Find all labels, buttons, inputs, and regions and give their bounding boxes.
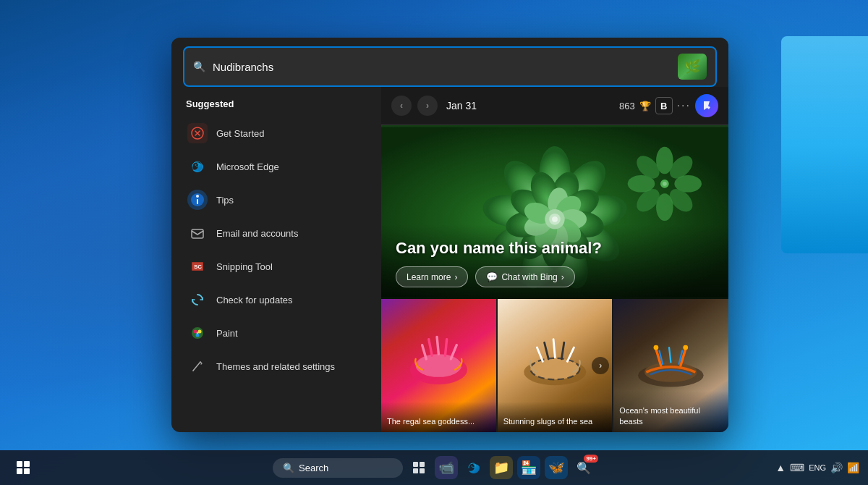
svg-point-15 <box>197 332 199 334</box>
mail-button[interactable]: 🦋 <box>545 456 568 479</box>
svg-rect-82 <box>420 462 425 467</box>
thumbnail-3[interactable]: Ocean's most beautiful beasts <box>612 299 728 432</box>
taskbar-left <box>9 453 38 482</box>
thumbnail-3-label: Ocean's most beautiful beasts <box>613 391 728 432</box>
windows-logo <box>17 461 30 474</box>
get-started-icon <box>187 123 208 143</box>
thumbnails-row: The regal sea goddess... <box>381 299 728 432</box>
search-badge-button[interactable]: 🔍 99+ <box>572 456 595 479</box>
search-badge-count: 99+ <box>584 455 598 463</box>
thumbnail-2[interactable]: Stunning slugs of the sea › <box>496 299 613 432</box>
themes-icon <box>187 356 208 376</box>
svg-point-58 <box>416 354 461 377</box>
svg-point-56 <box>663 182 667 186</box>
svg-rect-7 <box>192 229 203 238</box>
keyboard-icon[interactable]: ⌨ <box>790 462 804 473</box>
svg-line-70 <box>561 342 563 359</box>
suggestion-tips[interactable]: Tips <box>180 183 373 216</box>
taskbar-search-icon: 🔍 <box>283 463 294 473</box>
search-icon: 🔍 <box>193 61 205 72</box>
svg-rect-6 <box>197 199 198 204</box>
store-button[interactable]: 🏪 <box>517 456 540 479</box>
thumbnail-2-label: Stunning slugs of the sea <box>498 402 613 432</box>
suggestion-themes[interactable]: Themes and related settings <box>180 350 373 383</box>
themes-label: Themes and related settings <box>216 361 335 372</box>
svg-line-16 <box>193 362 200 371</box>
bing-avatar[interactable] <box>695 94 718 117</box>
chevron-right-icon: › <box>454 272 457 282</box>
svg-point-77 <box>684 345 689 350</box>
learn-more-button[interactable]: Learn more › <box>396 266 468 287</box>
suggestion-check-updates[interactable]: Check for updates <box>180 283 373 316</box>
task-view-icon <box>412 460 426 475</box>
email-icon <box>187 223 208 243</box>
teams-button[interactable]: 📹 <box>435 456 458 479</box>
taskbar: 🔍 Search 📹 <box>0 450 868 485</box>
thumbnail-1-label: The regal sea goddess... <box>381 402 496 432</box>
start-button[interactable] <box>9 453 38 482</box>
score-value: 863 <box>619 101 635 111</box>
get-started-label: Get Started <box>216 128 264 139</box>
date-label: Jan 31 <box>446 100 477 111</box>
svg-rect-84 <box>420 468 425 473</box>
chevron-up-icon[interactable]: ▲ <box>775 462 786 473</box>
tips-label: Tips <box>216 195 234 206</box>
svg-point-46 <box>552 216 558 222</box>
speaker-icon[interactable]: 🔊 <box>830 462 843 473</box>
svg-point-76 <box>654 345 659 350</box>
left-suggestions-panel: Suggested Get Started <box>171 87 381 432</box>
svg-line-79 <box>669 347 671 362</box>
task-view-button[interactable] <box>407 456 430 479</box>
suggestion-snipping-tool[interactable]: SC Snipping Tool <box>180 250 373 283</box>
svg-line-61 <box>437 337 438 354</box>
trophy-icon: 🏆 <box>639 101 651 111</box>
taskbar-search-bar[interactable]: 🔍 Search <box>273 458 403 478</box>
network-icon[interactable]: 📶 <box>847 462 859 473</box>
svg-rect-83 <box>413 468 418 473</box>
prev-button[interactable]: ‹ <box>391 96 412 116</box>
svg-rect-81 <box>413 462 418 467</box>
hero-section: Can you name this animal? Learn more › 💬… <box>381 125 728 299</box>
chevron-right-icon-2: › <box>561 272 564 282</box>
svg-line-69 <box>553 340 555 358</box>
mail-icon: 🦋 <box>548 460 564 476</box>
edge-label: Microsoft Edge <box>216 161 279 172</box>
edge-taskbar-icon <box>466 460 482 476</box>
content-area: Suggested Get Started <box>171 87 728 432</box>
hero-title: Can you name this animal? <box>396 239 714 258</box>
file-explorer-button[interactable]: 📁 <box>490 456 513 479</box>
store-icon: 🏪 <box>521 460 537 476</box>
right-content-panel: ‹ › Jan 31 863 🏆 B ··· <box>381 87 728 432</box>
search-box[interactable]: 🔍 🌿 <box>183 46 717 87</box>
taskbar-right: ▲ ⌨ ENG 🔊 📶 <box>775 462 859 473</box>
email-label: Email and accounts <box>216 228 298 239</box>
teams-icon: 📹 <box>438 460 454 476</box>
language-indicator[interactable]: ENG <box>809 463 826 472</box>
suggestion-get-started[interactable]: Get Started <box>180 117 373 150</box>
next-button[interactable]: › <box>417 96 438 116</box>
thumbnail-1[interactable]: The regal sea goddess... <box>381 299 496 432</box>
taskbar-center: 🔍 Search 📹 <box>273 456 595 479</box>
chat-bing-button[interactable]: 💬 Chat with Bing › <box>475 266 574 287</box>
hero-buttons: Learn more › 💬 Chat with Bing › <box>396 266 714 287</box>
svg-line-71 <box>567 347 574 361</box>
svg-line-68 <box>544 342 548 359</box>
search-ghost-image: 🌿 <box>678 54 707 80</box>
suggestion-email-accounts[interactable]: Email and accounts <box>180 216 373 250</box>
chat-bing-label: Chat with Bing <box>501 272 557 282</box>
more-options-button[interactable]: ··· <box>677 99 691 112</box>
b-badge: B <box>655 97 673 114</box>
suggestion-paint[interactable]: Paint <box>180 316 373 350</box>
edge-taskbar-button[interactable] <box>462 456 485 479</box>
edge-icon <box>187 156 208 177</box>
suggested-label: Suggested <box>180 98 373 109</box>
updates-label: Check for updates <box>216 295 293 305</box>
update-icon <box>187 290 208 310</box>
learn-more-label: Learn more <box>407 272 451 282</box>
thumbnails-next-button[interactable]: › <box>592 357 609 374</box>
paint-label: Paint <box>216 328 238 339</box>
paint-icon <box>187 323 208 343</box>
suggestion-microsoft-edge[interactable]: Microsoft Edge <box>180 150 373 183</box>
snipping-icon: SC <box>187 256 208 277</box>
search-input[interactable] <box>213 61 671 73</box>
